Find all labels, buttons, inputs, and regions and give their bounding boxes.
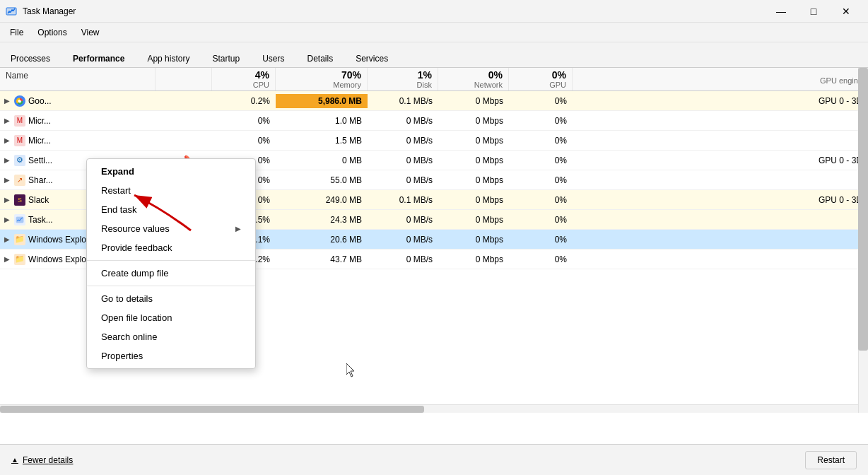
title-bar-controls: — □ ✕ xyxy=(765,0,862,23)
row-disk: 0.1 MB/s xyxy=(368,193,438,207)
expand-arrow[interactable]: ▶ xyxy=(4,255,11,263)
tab-app-history[interactable]: App history xyxy=(136,49,200,68)
row-disk: 0 MB/s xyxy=(368,252,438,266)
table-row[interactable]: ▶ M Micr... 0% 1.0 MB 0 MB/s 0 Mbps 0% xyxy=(0,111,868,131)
share-icon: ↗ xyxy=(14,175,25,186)
ctx-separator-2 xyxy=(87,286,255,286)
window-title: Task Manager xyxy=(23,6,76,16)
bottom-bar: ▲ Fewer details Restart xyxy=(0,444,868,475)
ctx-go-to-details[interactable]: Go to details xyxy=(87,289,255,308)
row-cpu: 0% xyxy=(212,114,276,128)
row-memory: 20.6 MB xyxy=(276,233,368,247)
ctx-properties[interactable]: Properties xyxy=(87,346,255,365)
expand-arrow[interactable]: ▶ xyxy=(4,117,11,124)
scrollbar-thumb[interactable] xyxy=(858,68,868,351)
row-gpu-engine xyxy=(573,139,868,143)
expand-arrow[interactable]: ▶ xyxy=(4,156,11,164)
tab-details[interactable]: Details xyxy=(296,49,344,68)
row-network: 0 Mbps xyxy=(438,114,509,128)
tab-services[interactable]: Services xyxy=(345,49,399,68)
expand-arrow[interactable]: ▶ xyxy=(4,176,11,184)
ms-icon: M xyxy=(14,135,25,146)
row-gpu: 0% xyxy=(509,134,573,148)
mouse-cursor xyxy=(346,363,358,382)
row-disk: 0 MB/s xyxy=(368,153,438,168)
col-network[interactable]: 0% Network xyxy=(438,68,509,90)
row-memory: 55.0 MB xyxy=(276,173,368,187)
submenu-arrow: ▶ xyxy=(235,225,241,233)
row-name: Goo... xyxy=(28,96,52,106)
row-disk: 0 MB/s xyxy=(368,134,438,148)
col-disk[interactable]: 1% Disk xyxy=(368,68,438,90)
expand-arrow[interactable]: ▶ xyxy=(4,196,11,204)
menu-view[interactable]: View xyxy=(74,25,107,40)
scrollbar-vertical[interactable] xyxy=(858,68,868,413)
col-name[interactable]: Name xyxy=(0,68,156,90)
tab-users[interactable]: Users xyxy=(252,49,295,68)
chrome-icon xyxy=(14,95,25,107)
table-row[interactable]: ▶ M Micr... 0% 1.5 MB 0 MB/s 0 Mbps 0% xyxy=(0,131,868,151)
row-gpu-engine xyxy=(573,238,868,242)
ctx-resource-values[interactable]: Resource values ▶ xyxy=(87,219,255,238)
context-menu: Expand Restart End task Resource values … xyxy=(86,158,256,369)
ctx-resource-values-label: Resource values xyxy=(101,223,170,234)
row-disk: 0 MB/s xyxy=(368,213,438,227)
row-gpu-engine xyxy=(573,178,868,182)
table-row[interactable]: ▶ Goo... 0.2% 5,986.0 MB 0.1 MB/s 0 Mbps… xyxy=(0,91,868,111)
col-cpu[interactable]: 4% CPU xyxy=(212,68,276,90)
row-status xyxy=(156,119,212,123)
ctx-open-file-location[interactable]: Open file location xyxy=(87,308,255,327)
row-network: 0 Mbps xyxy=(438,173,509,187)
row-gpu-engine: GPU 0 - 3D xyxy=(573,193,868,207)
ctx-expand[interactable]: Expand xyxy=(87,162,255,181)
expand-arrow[interactable]: ▶ xyxy=(4,136,11,144)
close-button[interactable]: ✕ xyxy=(830,0,862,23)
fewer-details-text: Fewer details xyxy=(23,455,73,465)
scrollbar-horizontal[interactable] xyxy=(0,404,858,413)
col-gpu[interactable]: 0% GPU xyxy=(509,68,573,90)
col-memory[interactable]: 70% Memory xyxy=(276,68,368,90)
row-status xyxy=(156,99,212,103)
expand-arrow[interactable]: ▶ xyxy=(4,235,11,243)
row-gpu: 0% xyxy=(509,114,573,128)
restart-button[interactable]: Restart xyxy=(805,451,857,469)
row-memory: 249.0 MB xyxy=(276,193,368,207)
folder-icon: 📁 xyxy=(14,234,25,245)
expand-arrow[interactable]: ▶ xyxy=(4,216,11,223)
minimize-button[interactable]: — xyxy=(765,0,797,23)
menu-file[interactable]: File xyxy=(3,25,30,40)
menu-options[interactable]: Options xyxy=(30,25,74,40)
row-gpu: 0% xyxy=(509,94,573,108)
tab-startup[interactable]: Startup xyxy=(201,49,250,68)
row-network: 0 Mbps xyxy=(438,213,509,227)
ctx-restart[interactable]: Restart xyxy=(87,181,255,200)
maximize-button[interactable]: □ xyxy=(797,0,830,23)
ctx-create-dump[interactable]: Create dump file xyxy=(87,264,255,283)
title-bar-left: Task Manager xyxy=(6,6,76,17)
col-gpu-engine[interactable]: GPU engine xyxy=(573,68,868,90)
row-network: 0 Mbps xyxy=(438,252,509,266)
row-gpu: 0% xyxy=(509,153,573,168)
row-name: Setti... xyxy=(28,156,52,165)
row-disk: 0 MB/s xyxy=(368,233,438,247)
ctx-end-task[interactable]: End task xyxy=(87,200,255,219)
expand-arrow[interactable]: ▶ xyxy=(4,97,11,105)
tab-performance[interactable]: Performance xyxy=(62,49,135,68)
scrollbar-h-thumb[interactable] xyxy=(0,406,424,413)
tabs: Processes Performance App history Startu… xyxy=(0,42,868,68)
fewer-details-button[interactable]: ▲ Fewer details xyxy=(11,455,73,465)
row-name: Micr... xyxy=(28,136,51,146)
ctx-search-online[interactable]: Search online xyxy=(87,327,255,346)
fewer-details-caret: ▲ xyxy=(11,456,18,464)
row-gpu: 0% xyxy=(509,213,573,227)
tab-processes[interactable]: Processes xyxy=(0,49,61,68)
row-name: Task... xyxy=(28,215,53,225)
row-gpu-engine: GPU 0 - 3D xyxy=(573,153,868,168)
ctx-separator-1 xyxy=(87,260,255,261)
row-memory: 1.0 MB xyxy=(276,114,368,128)
settings-icon: ⚙ xyxy=(14,155,25,166)
folder-icon: 📁 xyxy=(14,254,25,265)
row-network: 0 Mbps xyxy=(438,153,509,168)
ctx-provide-feedback[interactable]: Provide feedback xyxy=(87,238,255,257)
row-name: Micr... xyxy=(28,116,51,126)
